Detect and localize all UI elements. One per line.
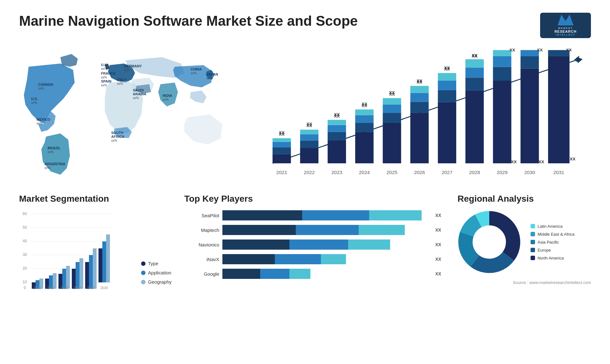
svg-text:xx%: xx% [117, 82, 123, 85]
svg-text:XX: XX [537, 48, 543, 52]
svg-rect-131 [66, 266, 70, 289]
svg-text:XX: XX [417, 78, 422, 83]
bottom-section: Market Segmentation 60 50 40 30 20 10 0 [19, 194, 591, 294]
legend-dot-application [141, 271, 146, 275]
svg-rect-48 [328, 140, 346, 163]
svg-rect-134 [79, 258, 83, 289]
svg-text:GERMANY: GERMANY [124, 64, 142, 68]
svg-text:50: 50 [23, 225, 27, 230]
svg-rect-136 [89, 255, 93, 289]
player-row-navionics: Navionics XX [184, 239, 445, 250]
legend-label-geography: Geography [148, 279, 172, 285]
player-xx-maptech: XX [435, 227, 445, 233]
svg-text:SAUDI: SAUDI [133, 88, 144, 92]
svg-text:2029: 2029 [497, 170, 507, 175]
svg-text:2027: 2027 [442, 170, 452, 175]
svg-text:2024: 2024 [359, 170, 370, 175]
svg-text:JAPAN: JAPAN [207, 72, 218, 76]
svg-rect-60 [383, 123, 401, 163]
svg-text:xx%: xx% [44, 166, 51, 170]
bar-seg2 [302, 210, 369, 220]
regional-dot-asia [531, 240, 535, 244]
bar-seg1 [222, 254, 275, 264]
svg-rect-44 [300, 134, 319, 141]
svg-rect-56 [355, 115, 374, 123]
svg-text:XX: XX [566, 48, 572, 52]
player-xx-inavx: XX [435, 257, 445, 262]
svg-rect-63 [383, 98, 401, 104]
page-container: Marine Navigation Software Market Size a… [0, 0, 610, 364]
svg-text:xx%: xx% [48, 150, 54, 154]
player-row-maptech: Maptech XX [184, 225, 445, 235]
svg-text:U.K.: U.K. [101, 63, 108, 67]
svg-rect-36 [273, 154, 291, 163]
segmentation-title: Market Segmentation [19, 194, 172, 204]
svg-text:xx%: xx% [191, 71, 197, 75]
svg-text:xx%: xx% [133, 96, 139, 100]
bar-seg2 [289, 239, 348, 250]
player-bar-inavx [222, 254, 432, 264]
regional-dot-north-america [531, 256, 535, 260]
player-xx-google: XX [435, 271, 445, 276]
header: Marine Navigation Software Market Size a… [19, 13, 591, 38]
svg-text:ITALY: ITALY [117, 78, 127, 82]
svg-text:20: 20 [23, 266, 27, 271]
player-bar-seapilot [222, 210, 432, 220]
bar-seg1 [222, 269, 260, 279]
player-name-google: Google [184, 271, 219, 277]
svg-text:2023: 2023 [60, 286, 68, 290]
svg-text:XX: XX [570, 157, 575, 161]
regional-legend-north-america: North America [531, 256, 574, 260]
regional-dot-europe [531, 248, 535, 252]
svg-text:2025: 2025 [87, 286, 95, 290]
regional-dot-latin [531, 224, 535, 228]
svg-text:xx%: xx% [163, 98, 169, 101]
svg-rect-80 [465, 68, 484, 78]
svg-rect-45 [300, 130, 319, 134]
svg-text:AFRICA: AFRICA [111, 135, 125, 138]
regional-legend-mea: Middle East & Africa [531, 232, 574, 237]
legend-dot-type [141, 261, 146, 266]
regional-label-europe: Europe [538, 248, 551, 253]
svg-text:xx%: xx% [37, 122, 43, 125]
bar-seg1 [222, 239, 289, 250]
map-container: CANADA xx% U.S. xx% MEXICO xx% BRAZIL xx… [19, 48, 241, 181]
svg-rect-84 [493, 81, 512, 163]
svg-rect-55 [355, 123, 374, 132]
regional-label-latin: Latin America [538, 224, 563, 229]
player-row-seapilot: SeaPilot XX [184, 210, 445, 220]
svg-text:2022: 2022 [304, 170, 315, 175]
logo-area: MARKET RESEARCH INTELLECT [540, 13, 591, 38]
svg-rect-140 [106, 234, 110, 282]
svg-rect-95 [548, 56, 569, 163]
svg-rect-42 [300, 148, 319, 163]
logo-sub: INTELLECT [556, 33, 575, 36]
svg-rect-75 [438, 73, 456, 81]
svg-rect-139 [102, 241, 106, 282]
svg-text:FRANCE: FRANCE [101, 71, 116, 75]
svg-rect-57 [355, 110, 374, 115]
svg-rect-91 [520, 56, 539, 69]
svg-text:CANADA: CANADA [38, 83, 53, 86]
svg-rect-67 [410, 102, 429, 113]
player-row-inavx: iNavX XX [184, 254, 445, 264]
page-title: Marine Navigation Software Market Size a… [19, 13, 358, 30]
bar-seg3 [359, 225, 405, 235]
svg-rect-137 [93, 248, 97, 289]
svg-text:SOUTH: SOUTH [111, 131, 124, 135]
svg-text:XX: XX [389, 90, 395, 95]
svg-rect-135 [85, 262, 89, 289]
svg-rect-73 [438, 90, 456, 102]
growth-bar-chart: 2021 XX 2022 XX 20 [254, 48, 591, 181]
svg-text:SPAIN: SPAIN [101, 79, 112, 83]
svg-text:2028: 2028 [469, 170, 480, 175]
regional-dot-mea [531, 232, 535, 236]
svg-text:2021: 2021 [276, 170, 287, 175]
regional-title: Regional Analysis [458, 194, 591, 204]
player-name-seapilot: SeaPilot [184, 213, 219, 218]
bar-seg3 [369, 210, 422, 220]
svg-text:ARABIA: ARABIA [133, 92, 146, 96]
svg-rect-51 [328, 120, 346, 125]
svg-rect-133 [76, 262, 79, 289]
segmentation-container: Market Segmentation 60 50 40 30 20 10 0 [19, 194, 172, 294]
